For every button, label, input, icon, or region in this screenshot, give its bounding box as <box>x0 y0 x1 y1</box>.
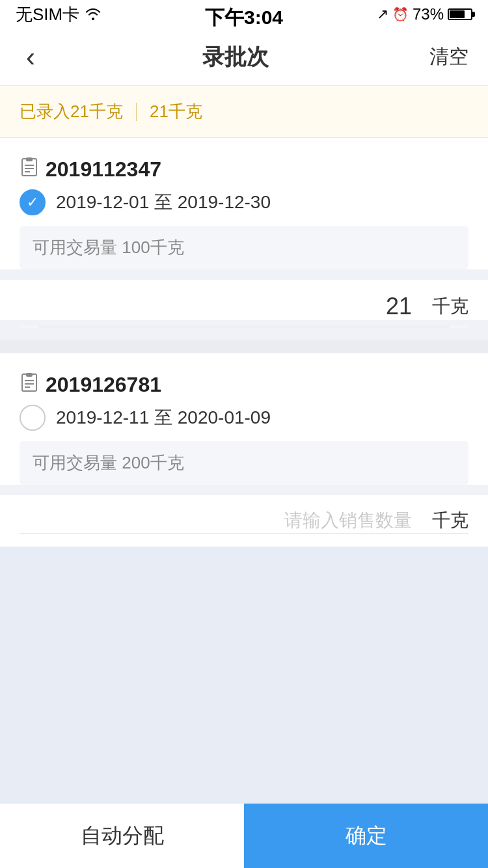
page-title: 录批次 <box>202 42 269 72</box>
clear-button[interactable]: 清空 <box>429 44 468 70</box>
batch-2-avail-text: 可用交易量 200千克 <box>33 453 184 472</box>
back-button[interactable]: ‹ <box>20 35 42 79</box>
batch-item-1: 2019112347 ✓ 2019-12-01 至 2019-12-30 可用交… <box>0 138 488 269</box>
status-right: ↗ ⏰ 73% <box>377 5 472 23</box>
batch-2-qty-input[interactable] <box>278 510 422 531</box>
batch-1-qty-input[interactable] <box>357 293 422 320</box>
alarm-icon: ⏰ <box>392 7 409 22</box>
batch-2-header: 2019126781 <box>20 373 468 397</box>
empty-area <box>0 547 488 846</box>
batch-2-underline <box>0 533 488 547</box>
batch-1-date-row: ✓ 2019-12-01 至 2019-12-30 <box>20 189 468 215</box>
batch-1-avail-text: 可用交易量 100千克 <box>33 237 184 257</box>
section-separator <box>0 340 488 353</box>
batch-item-2: 2019126781 2019-12-11 至 2020-01-09 可用交易量… <box>0 353 488 485</box>
battery-icon <box>448 8 472 20</box>
auto-distribute-button[interactable]: 自动分配 <box>0 804 244 868</box>
status-bar: 无SIM卡 下午3:04 ↗ ⏰ 73% <box>0 0 488 29</box>
batch-2-unit: 千克 <box>432 508 468 533</box>
batch-2-date-row: 2019-12-11 至 2020-01-09 <box>20 405 468 431</box>
location-icon: ↗ <box>377 6 388 23</box>
bottom-bar: 自动分配 确定 <box>0 803 488 868</box>
batch-2-icon <box>20 373 39 397</box>
confirm-button[interactable]: 确定 <box>244 804 488 868</box>
svg-rect-6 <box>26 373 33 377</box>
batch-2-date: 2019-12-11 至 2020-01-09 <box>56 405 271 430</box>
batch-1-id: 2019112347 <box>46 157 161 182</box>
batch-1-header: 2019112347 <box>20 157 468 182</box>
batch-1-icon <box>20 157 39 182</box>
batch-2-input-row: 千克 <box>0 495 488 533</box>
info-divider <box>136 103 137 121</box>
batch-1-input-row: 千克 <box>0 280 488 320</box>
nav-bar: ‹ 录批次 清空 <box>0 29 488 86</box>
batch-2-avail: 可用交易量 200千克 <box>20 441 468 485</box>
content-area: 2019112347 ✓ 2019-12-01 至 2019-12-30 可用交… <box>0 138 488 868</box>
batch-1-unit: 千克 <box>432 294 468 319</box>
check-icon: ✓ <box>27 195 38 210</box>
already-entered-label: 已录入21千克 <box>20 100 123 123</box>
battery-percent: 73% <box>413 5 444 23</box>
batch-1-radio[interactable]: ✓ <box>20 189 46 215</box>
total-label: 21千克 <box>150 100 202 123</box>
batch-2-radio[interactable] <box>20 405 46 431</box>
batch-1-avail: 可用交易量 100千克 <box>20 226 468 269</box>
svg-rect-1 <box>26 157 33 161</box>
status-carrier: 无SIM卡 <box>16 3 102 26</box>
carrier-text: 无SIM卡 <box>16 3 79 26</box>
batch-1-underline <box>20 327 468 327</box>
batch-2-id: 2019126781 <box>46 373 161 397</box>
info-banner: 已录入21千克 21千克 <box>0 86 488 138</box>
wifi-icon <box>85 5 102 25</box>
status-time: 下午3:04 <box>205 5 283 31</box>
batch-1-date: 2019-12-01 至 2019-12-30 <box>56 190 271 215</box>
